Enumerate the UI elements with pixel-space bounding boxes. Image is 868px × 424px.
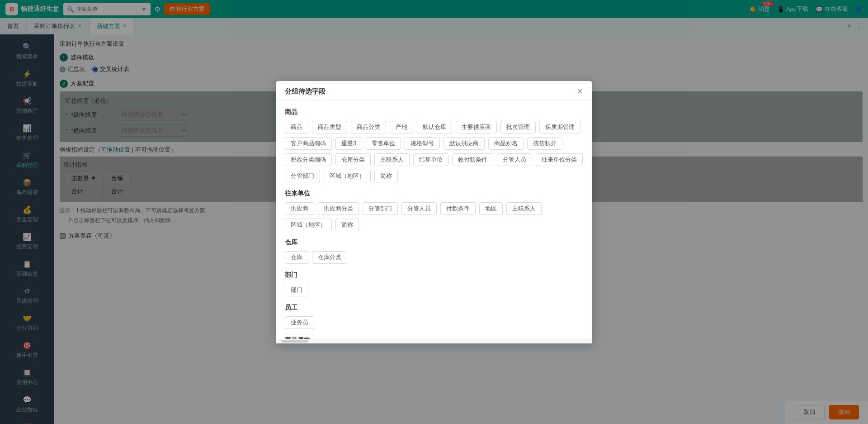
field-main-contact[interactable]: 主联系人: [374, 153, 410, 166]
field-grid-warehouse: 仓库 仓库分类: [285, 251, 583, 264]
modal-body: 商品 商品 商品类型 商品分类 产地 默认仓库 主要供应商 批次管理 保质期管理…: [276, 101, 592, 339]
field-payment-terms[interactable]: 收付款条件: [452, 153, 493, 166]
field-grid-employee: 业务员: [285, 316, 583, 329]
field-retail-unit[interactable]: 零售单位: [366, 137, 401, 150]
field-short-name-product[interactable]: 简称: [374, 170, 398, 182]
field-customer-code[interactable]: 客户商品编码: [285, 137, 332, 150]
field-supplier[interactable]: 供应商: [285, 202, 314, 215]
modal-hscrollbar[interactable]: [276, 339, 592, 343]
field-pick-score[interactable]: 拣货积分: [527, 137, 562, 150]
section-title-warehouse: 仓库: [285, 238, 583, 247]
field-salesperson[interactable]: 业务员: [285, 316, 314, 329]
field-spec-model[interactable]: 规格型号: [405, 137, 440, 150]
field-partner-category[interactable]: 往来单位分类: [536, 153, 583, 166]
field-selection-modal: 分组待选字段 ✕ 商品 商品 商品类型 商品分类 产地 默认仓库 主要供应商 批…: [276, 81, 592, 343]
field-supplier-category[interactable]: 供应商分类: [318, 202, 359, 215]
modal-title: 分组待选字段: [285, 87, 326, 96]
section-title-employee: 员工: [285, 304, 583, 312]
field-product-alias[interactable]: 商品别名: [488, 137, 524, 150]
field-warehouse-category[interactable]: 仓库分类: [335, 153, 371, 166]
field-payment-condition[interactable]: 付款条件: [440, 202, 476, 215]
field-district[interactable]: 地区: [479, 202, 503, 215]
field-origin[interactable]: 产地: [390, 121, 413, 133]
field-tax-code[interactable]: 税收分类编码: [285, 153, 332, 166]
section-title-partner: 往来单位: [285, 190, 583, 198]
section-title-dept: 部门: [285, 271, 583, 279]
field-shelf-life[interactable]: 保质期管理: [539, 121, 580, 133]
field-settlement-unit[interactable]: 结算单位: [413, 153, 448, 166]
field-batch-mgmt[interactable]: 批次管理: [500, 121, 536, 133]
field-warehouse[interactable]: 仓库: [285, 251, 308, 264]
field-dept-manage[interactable]: 分管部门: [285, 170, 320, 182]
field-supervisor[interactable]: 分管人员: [497, 153, 532, 166]
field-product-category[interactable]: 商品分类: [351, 121, 386, 133]
field-grid-dept: 部门: [285, 284, 583, 296]
section-title-product: 商品: [285, 108, 583, 116]
field-grid-product: 商品 商品类型 商品分类 产地 默认仓库 主要供应商 批次管理 保质期管理 客户…: [285, 121, 583, 182]
field-weight3[interactable]: 重量3: [335, 137, 362, 150]
field-region-partner[interactable]: 区域（地区）: [285, 219, 332, 231]
field-dept[interactable]: 部门: [285, 284, 308, 296]
field-supervisor-partner[interactable]: 分管人员: [401, 202, 437, 215]
field-default-warehouse[interactable]: 默认仓库: [417, 121, 452, 133]
field-dept-partner[interactable]: 分管部门: [363, 202, 398, 215]
modal-header: 分组待选字段 ✕: [276, 81, 592, 101]
field-product-type[interactable]: 商品类型: [312, 121, 347, 133]
field-product[interactable]: 商品: [285, 121, 308, 133]
field-default-supplier[interactable]: 默认供应商: [443, 137, 485, 150]
field-grid-partner: 供应商 供应商分类 分管部门 分管人员 付款条件 地区 主联系人 区域（地区） …: [285, 202, 583, 231]
field-region-product[interactable]: 区域（地区）: [324, 170, 371, 182]
modal-close-button[interactable]: ✕: [576, 87, 583, 95]
field-main-supplier[interactable]: 主要供应商: [456, 121, 497, 133]
field-main-contact-partner[interactable]: 主联系人: [506, 202, 542, 215]
field-short-name-partner[interactable]: 简称: [335, 219, 359, 231]
field-warehouse-cat[interactable]: 仓库分类: [312, 251, 347, 264]
